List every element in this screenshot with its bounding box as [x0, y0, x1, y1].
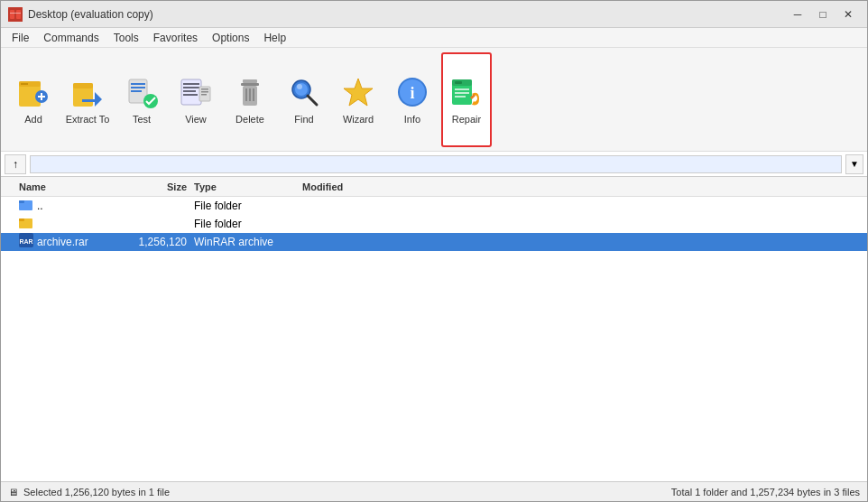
- test-icon: [124, 74, 160, 110]
- menu-file[interactable]: File: [5, 30, 36, 46]
- svg-rect-6: [21, 83, 28, 85]
- svg-rect-25: [201, 91, 208, 93]
- dropdown-chevron-icon: ▼: [850, 159, 859, 169]
- folder-yellow-icon: [19, 216, 33, 231]
- table-row[interactable]: RAR archive.rar 1,256,120 WinRAR archive: [1, 233, 867, 251]
- wizard-label: Wizard: [343, 114, 374, 125]
- svg-rect-1: [10, 10, 14, 19]
- svg-rect-19: [183, 83, 199, 85]
- title-bar-left: Desktop (evaluation copy): [8, 7, 153, 22]
- extract-to-icon: [69, 74, 106, 110]
- file-size: 1,256,120: [118, 236, 190, 248]
- file-list: .. File folder File: [1, 197, 867, 481]
- svg-rect-43: [455, 81, 462, 84]
- svg-rect-26: [201, 94, 207, 96]
- file-type: WinRAR archive: [190, 236, 299, 248]
- wizard-button[interactable]: Wizard: [333, 52, 383, 147]
- file-type: File folder: [190, 218, 299, 230]
- svg-rect-21: [183, 90, 196, 92]
- svg-rect-30: [245, 88, 247, 101]
- svg-point-36: [297, 84, 302, 89]
- svg-rect-50: [19, 218, 24, 221]
- rar-icon: RAR: [19, 233, 33, 250]
- title-bar: Desktop (evaluation copy) ─ □ ✕: [1, 1, 867, 28]
- svg-rect-14: [131, 83, 145, 85]
- svg-rect-45: [455, 92, 469, 94]
- svg-rect-27: [243, 79, 257, 83]
- table-row[interactable]: File folder: [1, 215, 867, 233]
- view-icon: [178, 74, 214, 110]
- app-icon: [8, 7, 23, 22]
- status-right-text: Total 1 folder and 1,257,234 bytes in 3 …: [671, 487, 860, 497]
- repair-icon: [448, 74, 485, 110]
- svg-rect-2: [16, 10, 21, 19]
- view-button[interactable]: View: [171, 52, 221, 147]
- svg-rect-9: [38, 96, 45, 98]
- add-label: Add: [24, 114, 42, 125]
- wizard-icon: [340, 74, 376, 110]
- delete-label: Delete: [235, 114, 264, 125]
- svg-rect-16: [131, 90, 142, 92]
- menu-options[interactable]: Options: [205, 30, 256, 46]
- svg-line-35: [308, 96, 317, 105]
- find-label: Find: [294, 114, 313, 125]
- test-label: Test: [133, 114, 151, 125]
- repair-button[interactable]: Repair: [441, 52, 492, 147]
- svg-rect-11: [73, 83, 93, 88]
- svg-text:i: i: [410, 84, 414, 102]
- file-area: Name Size Type Modified .. Fil: [1, 177, 867, 481]
- svg-rect-3: [10, 13, 21, 14]
- test-button[interactable]: Test: [116, 52, 167, 147]
- svg-rect-24: [201, 88, 208, 90]
- minimize-button[interactable]: ─: [786, 5, 809, 23]
- window-title: Desktop (evaluation copy): [28, 8, 153, 21]
- find-button[interactable]: Find: [279, 52, 329, 147]
- folder-blue-icon: [19, 198, 33, 213]
- up-icon: ↑: [13, 158, 18, 171]
- menu-tools[interactable]: Tools: [106, 30, 146, 46]
- extract-to-button[interactable]: Extract To: [62, 52, 113, 147]
- main-window: Desktop (evaluation copy) ─ □ ✕ File Com…: [0, 0, 868, 502]
- header-type[interactable]: Type: [190, 181, 299, 192]
- info-label: Info: [404, 114, 420, 125]
- file-name: RAR archive.rar: [1, 233, 118, 250]
- svg-rect-28: [241, 83, 259, 86]
- svg-rect-32: [253, 88, 254, 101]
- maximize-button[interactable]: □: [811, 5, 835, 23]
- address-dropdown-button[interactable]: ▼: [845, 154, 863, 174]
- info-icon: i: [394, 74, 430, 110]
- menu-favorites[interactable]: Favorites: [146, 30, 205, 46]
- add-button[interactable]: Add: [8, 52, 59, 147]
- svg-rect-46: [455, 96, 466, 98]
- add-icon: [15, 74, 51, 110]
- table-row[interactable]: .. File folder: [1, 197, 867, 215]
- svg-rect-22: [183, 94, 198, 96]
- extract-to-label: Extract To: [66, 114, 110, 125]
- svg-rect-48: [19, 200, 24, 203]
- address-up-button[interactable]: ↑: [5, 154, 26, 174]
- status-left-text: Selected 1,256,120 bytes in 1 file: [23, 487, 170, 497]
- status-icon: 🖥: [8, 487, 18, 497]
- header-size[interactable]: Size: [118, 181, 190, 192]
- svg-marker-37: [344, 79, 373, 106]
- address-bar: ↑ ▼: [1, 152, 867, 177]
- info-button[interactable]: i Info: [387, 52, 438, 147]
- svg-text:RAR: RAR: [19, 238, 32, 245]
- svg-rect-20: [183, 87, 199, 88]
- close-button[interactable]: ✕: [836, 5, 860, 23]
- menu-help[interactable]: Help: [256, 30, 293, 46]
- header-modified[interactable]: Modified: [299, 181, 407, 192]
- file-name: [1, 216, 118, 231]
- status-right: Total 1 folder and 1,257,234 bytes in 3 …: [671, 487, 860, 497]
- status-left: 🖥 Selected 1,256,120 bytes in 1 file: [8, 487, 664, 497]
- status-bar: 🖥 Selected 1,256,120 bytes in 1 file Tot…: [1, 481, 867, 501]
- title-bar-controls: ─ □ ✕: [786, 5, 860, 23]
- svg-rect-15: [131, 87, 145, 88]
- address-input[interactable]: [30, 155, 842, 173]
- file-type: File folder: [190, 200, 299, 212]
- svg-rect-44: [455, 88, 469, 90]
- delete-button[interactable]: Delete: [225, 52, 275, 147]
- view-label: View: [185, 114, 207, 125]
- menu-commands[interactable]: Commands: [36, 30, 106, 46]
- header-name[interactable]: Name: [1, 181, 118, 192]
